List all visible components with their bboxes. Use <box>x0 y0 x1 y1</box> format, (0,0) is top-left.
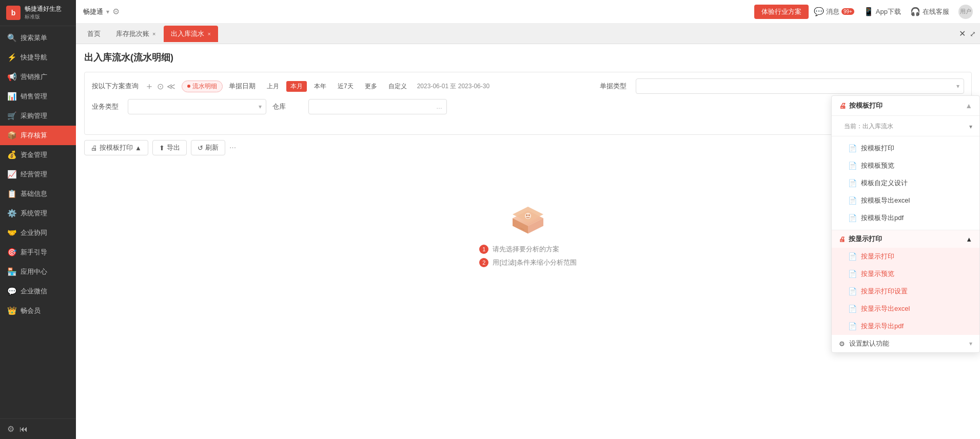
item-icon-display-preview: 📄 <box>848 270 857 278</box>
date-btn-本月[interactable]: 本月 <box>286 81 307 92</box>
sidebar-nav: 🔍搜索菜单⚡快捷导航📢营销推广📊销售管理🛒采购管理📦库存核算💰资金管理📈经营管理… <box>0 26 76 418</box>
item-icon-template-print: 📄 <box>848 144 857 152</box>
header-gear-icon[interactable]: ⚙ <box>112 7 120 16</box>
sidebar-item-appstore[interactable]: 🏪应用中心 <box>0 262 76 282</box>
warehouse-select[interactable]: … <box>308 99 447 114</box>
app-edition: 标准版 <box>25 13 62 21</box>
warehouse-field: 仓库 … <box>272 99 447 114</box>
dropdown-item-template-print[interactable]: 📄按模板打印 <box>832 139 979 157</box>
sidebar-collapse-icon[interactable]: ⏮ <box>19 425 28 434</box>
export-icon: ⬆ <box>159 144 165 152</box>
nav-icon-basic: 📋 <box>7 189 16 198</box>
sidebar-item-marketing[interactable]: 📢营销推广 <box>0 67 76 87</box>
sidebar-item-shortcut[interactable]: ⚡快捷导航 <box>0 48 76 67</box>
message-btn[interactable]: 💬 消息 99+ <box>814 7 854 16</box>
dropdown-item-display-export-excel[interactable]: 📄按显示导出excel <box>832 300 979 317</box>
sidebar-item-inventory[interactable]: 📦库存核算 <box>0 126 76 145</box>
nav-label-basic: 基础信息 <box>21 189 47 198</box>
sidebar-item-purchase[interactable]: 🛒采购管理 <box>0 106 76 126</box>
tip-text-1: 请先选择要分析的方案 <box>493 245 559 254</box>
print-icon: 🖨 <box>91 144 97 152</box>
sidebar-logo: b 畅捷通好生意 标准版 <box>0 0 76 26</box>
sidebar-item-basic[interactable]: 📋基础信息 <box>0 184 76 204</box>
filter-tag-label: 流水明细 <box>192 82 217 91</box>
online-service-label: 在线客服 <box>923 7 949 16</box>
dropdown-footer[interactable]: ⚙ 设置默认功能 ▾ <box>832 335 979 352</box>
search-collapse-icon[interactable]: ≪ <box>167 82 175 91</box>
empty-illustration <box>505 191 551 237</box>
nav-icon-guide: 🎯 <box>7 248 16 257</box>
display-print-section-arrow: ▲ <box>966 235 972 243</box>
sidebar: b 畅捷通好生意 标准版 🔍搜索菜单⚡快捷导航📢营销推广📊销售管理🛒采购管理📦库… <box>0 0 76 439</box>
dropdown-title: 按模板打印 <box>849 101 883 110</box>
dropdown-item-display-print[interactable]: 📄按显示打印 <box>832 248 979 265</box>
online-service-btn[interactable]: 🎧 在线客服 <box>910 7 949 16</box>
footer-arrow: ▾ <box>969 340 972 347</box>
dropdown-item-display-preview[interactable]: 📄按显示预览 <box>832 265 979 283</box>
print-template-btn[interactable]: 🖨 按模板打印 ▲ <box>84 140 148 155</box>
search-settings-icon[interactable]: ⊙ <box>157 82 164 91</box>
date-btn-本年[interactable]: 本年 <box>310 81 330 92</box>
tab-inventory-batch-close[interactable]: × <box>152 31 155 37</box>
biz-type-arrow: ▾ <box>259 103 262 110</box>
header-username: 畅捷通 <box>83 7 103 16</box>
display-print-section-header[interactable]: 🖨 按显示打印 ▲ <box>832 230 979 248</box>
item-label-template-export-excel: 按模板导出excel <box>861 196 910 205</box>
dropdown-item-display-print-settings[interactable]: 📄按显示打印设置 <box>832 283 979 300</box>
dropdown-item-display-export-pdf[interactable]: 📄按显示导出pdf <box>832 317 979 335</box>
dropdown-item-template-preview[interactable]: 📄按模板预览 <box>832 157 979 174</box>
nav-label-finance: 资金管理 <box>21 150 47 159</box>
date-btn-更多[interactable]: 更多 <box>361 81 381 92</box>
sidebar-item-sales[interactable]: 📊销售管理 <box>0 87 76 106</box>
dropdown-current-section: 当前：出入库流水 ▾ <box>832 116 979 136</box>
sidebar-item-guide[interactable]: 🎯新手引导 <box>0 243 76 262</box>
toolbar-more-icon[interactable]: ··· <box>229 143 236 152</box>
nav-icon-inventory: 📦 <box>7 131 16 140</box>
search-add-icon[interactable]: ＋ <box>145 80 154 92</box>
item-icon-template-custom: 📄 <box>848 179 857 187</box>
trial-btn[interactable]: 体验行业方案 <box>754 5 809 19</box>
nav-icon-sales: 📊 <box>7 92 16 101</box>
header-dropdown-icon[interactable]: ▾ <box>106 8 109 15</box>
tab-close-main-icon[interactable]: ✕ <box>959 29 966 38</box>
dropdown-item-template-export-excel[interactable]: 📄按模板导出excel <box>832 192 979 209</box>
filter-tag[interactable]: 流水明细 <box>182 81 223 92</box>
dropdown-item-template-export-pdf[interactable]: 📄按模板导出pdf <box>832 209 979 227</box>
sidebar-item-finance[interactable]: 💰资金管理 <box>0 145 76 165</box>
dropdown-collapse-icon[interactable]: ▲ <box>965 102 972 110</box>
biz-type-select[interactable]: ▾ <box>128 99 266 114</box>
nav-label-corp: 企业协同 <box>21 228 47 237</box>
sidebar-item-corp[interactable]: 🤝企业协同 <box>0 223 76 243</box>
sidebar-item-search[interactable]: 🔍搜索菜单 <box>0 28 76 48</box>
export-btn[interactable]: ⬆ 导出 <box>152 140 187 155</box>
tab-inout-flow[interactable]: 出入库流水 × <box>164 26 218 42</box>
nav-icon-purchase: 🛒 <box>7 111 16 121</box>
sidebar-gear-icon[interactable]: ⚙ <box>7 424 14 434</box>
app-download-btn[interactable]: 📱 App下载 <box>864 7 901 16</box>
sidebar-item-operation[interactable]: 📈经营管理 <box>0 165 76 184</box>
tab-inout-flow-close[interactable]: × <box>207 31 210 37</box>
footer-icon: ⚙ <box>839 340 845 348</box>
item-label-display-export-pdf: 按显示导出pdf <box>861 322 904 331</box>
date-btn-上月[interactable]: 上月 <box>263 81 283 92</box>
sidebar-item-system[interactable]: ⚙️系统管理 <box>0 204 76 223</box>
refresh-btn[interactable]: ↺ 刷新 <box>191 140 225 155</box>
date-btn-近7天[interactable]: 近7天 <box>334 81 358 92</box>
tip-num-1: 1 <box>479 245 488 254</box>
nav-label-shortcut: 快捷导航 <box>21 53 47 62</box>
tab-expand-icon[interactable]: ⤢ <box>970 30 976 38</box>
bill-type-select[interactable]: ▾ <box>636 78 965 94</box>
online-service-icon: 🎧 <box>910 7 920 16</box>
app-name-area: 畅捷通好生意 标准版 <box>25 5 62 21</box>
tab-inventory-batch[interactable]: 库存批次账 × <box>109 26 163 42</box>
sidebar-item-wechat[interactable]: 💬企业微信 <box>0 282 76 301</box>
sidebar-item-member[interactable]: 👑畅会员 <box>0 301 76 321</box>
print-template-label: 按模板打印 <box>100 143 133 152</box>
avatar[interactable]: 用户 <box>958 5 973 19</box>
tab-home[interactable]: 首页 <box>80 26 108 42</box>
main-area: 畅捷通 ▾ ⚙ 体验行业方案 💬 消息 99+ 📱 App下载 🎧 在线客服 用… <box>76 0 980 439</box>
message-badge: 99+ <box>841 8 854 15</box>
date-btn-自定义[interactable]: 自定义 <box>384 81 411 92</box>
dropdown-item-template-custom[interactable]: 📄模板自定义设计 <box>832 174 979 192</box>
warehouse-arrow: … <box>436 103 442 110</box>
